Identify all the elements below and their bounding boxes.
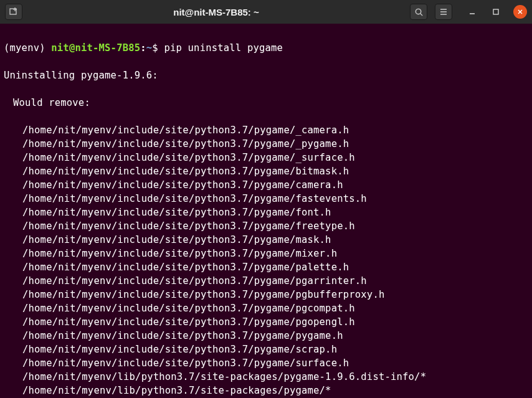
file-list: /home/nit/myenv/include/site/python3.7/p… (4, 123, 528, 397)
svg-line-4 (420, 13, 422, 15)
file-path-line: /home/nit/myenv/include/site/python3.7/p… (4, 329, 528, 343)
file-path-line: /home/nit/myenv/include/site/python3.7/p… (4, 274, 528, 288)
svg-rect-9 (493, 9, 498, 14)
command-text: pip uninstall pygame (164, 42, 283, 54)
titlebar: nit@nit-MS-7B85: ~ (0, 0, 532, 24)
file-path-line: /home/nit/myenv/include/site/python3.7/p… (4, 356, 528, 370)
prompt-line-1: (myenv) nit@nit-MS-7B85:~$ pip uninstall… (4, 41, 528, 55)
venv-label: (myenv) (4, 42, 45, 54)
terminal-body[interactable]: (myenv) nit@nit-MS-7B85:~$ pip uninstall… (0, 24, 532, 398)
menu-button[interactable] (435, 4, 452, 20)
svg-point-3 (416, 9, 420, 14)
close-button[interactable] (513, 5, 527, 19)
new-tab-icon (9, 7, 19, 17)
file-path-line: /home/nit/myenv/include/site/python3.7/p… (4, 233, 528, 247)
search-button[interactable] (410, 4, 427, 20)
file-path-line: /home/nit/myenv/include/site/python3.7/p… (4, 315, 528, 329)
titlebar-left (5, 4, 22, 20)
titlebar-right (410, 4, 527, 20)
file-path-line: /home/nit/myenv/include/site/python3.7/p… (4, 178, 528, 192)
output-uninstalling: Uninstalling pygame-1.9.6: (4, 69, 528, 82)
file-path-line: /home/nit/myenv/lib/python3.7/site-packa… (4, 384, 528, 397)
hamburger-icon (439, 7, 448, 16)
prompt-path: ~ (146, 42, 153, 54)
file-path-line: /home/nit/myenv/include/site/python3.7/p… (4, 151, 528, 164)
file-path-line: /home/nit/myenv/include/site/python3.7/p… (4, 123, 528, 137)
file-path-line: /home/nit/myenv/include/site/python3.7/p… (4, 247, 528, 260)
file-path-line: /home/nit/myenv/include/site/python3.7/p… (4, 260, 528, 274)
maximize-icon (492, 8, 500, 16)
maximize-button[interactable] (490, 6, 502, 18)
file-path-line: /home/nit/myenv/include/site/python3.7/p… (4, 288, 528, 301)
file-path-line: /home/nit/myenv/include/site/python3.7/p… (4, 206, 528, 219)
minimize-icon (468, 8, 476, 16)
new-tab-button[interactable] (5, 4, 22, 20)
prompt-colon: : (140, 42, 146, 54)
file-path-line: /home/nit/myenv/include/site/python3.7/p… (4, 219, 528, 233)
file-path-line: /home/nit/myenv/include/site/python3.7/p… (4, 343, 528, 356)
close-icon (517, 9, 523, 15)
window-controls (466, 5, 527, 19)
user-host: nit@nit-MS-7B85 (51, 42, 140, 54)
file-path-line: /home/nit/myenv/lib/python3.7/site-packa… (4, 370, 528, 384)
window-title: nit@nit-MS-7B85: ~ (22, 7, 410, 17)
output-would-remove: Would remove: (4, 96, 528, 110)
file-path-line: /home/nit/myenv/include/site/python3.7/p… (4, 164, 528, 178)
minimize-button[interactable] (466, 6, 478, 18)
file-path-line: /home/nit/myenv/include/site/python3.7/p… (4, 137, 528, 151)
file-path-line: /home/nit/myenv/include/site/python3.7/p… (4, 301, 528, 315)
prompt-dollar: $ (152, 42, 158, 54)
file-path-line: /home/nit/myenv/include/site/python3.7/p… (4, 192, 528, 206)
search-icon (414, 7, 424, 17)
